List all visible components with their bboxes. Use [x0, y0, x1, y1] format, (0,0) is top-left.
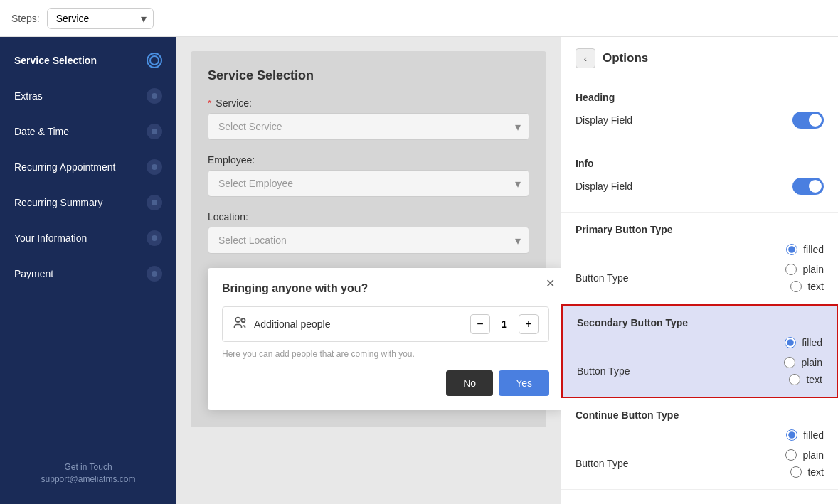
sidebar-item-recurring-appointment[interactable]: Recurring Appointment — [0, 149, 176, 185]
people-label: Additional people — [254, 318, 470, 330]
employee-select[interactable]: Select Employee — [208, 170, 529, 197]
sidebar-dot-recurring-appointment — [147, 159, 162, 175]
service-select-wrap: Select Service — [208, 113, 529, 140]
secondary-text-label: text — [806, 374, 822, 385]
sidebar-dot-recurring-summary — [147, 195, 162, 210]
sidebar-dot-your-information — [147, 230, 162, 246]
popup-close-button[interactable]: ✕ — [546, 277, 555, 290]
no-button[interactable]: No — [446, 370, 493, 396]
bringing-anyone-popup: ✕ Bringing anyone with you? Additional p… — [208, 268, 561, 410]
sidebar-item-service-selection[interactable]: Service Selection — [0, 43, 176, 78]
secondary-text-radio[interactable] — [789, 374, 800, 385]
heading-section-title: Heading — [576, 92, 824, 103]
continue-text-row: text — [785, 466, 824, 478]
primary-button-type-label: Button Type — [576, 272, 628, 284]
continue-plain-radio[interactable] — [785, 449, 797, 461]
info-section-title: Info — [576, 158, 824, 169]
secondary-plain-row: plain — [784, 357, 822, 368]
options-panel: ‹ Options Heading Display Field Info Dis… — [561, 37, 838, 504]
info-display-field-row: Display Field — [576, 178, 824, 195]
sidebar-dot-date-time — [147, 124, 162, 139]
form-title: Service Selection — [208, 68, 529, 83]
primary-button-type-row: Button Type plain text — [576, 264, 824, 292]
service-selection-form: Service Selection * Service: Select Serv… — [191, 51, 546, 427]
sidebar-item-recurring-summary[interactable]: Recurring Summary — [0, 185, 176, 220]
info-section: Info Display Field — [561, 146, 838, 213]
continue-filled-radio[interactable] — [786, 429, 797, 441]
svg-point-1 — [242, 318, 245, 322]
continue-filled-label: filled — [803, 429, 824, 441]
employee-label: Employee: — [208, 154, 529, 166]
support-email: support@ameliatms.com — [14, 474, 162, 484]
sidebar-item-extras[interactable]: Extras — [0, 78, 176, 114]
sidebar-dot-service-selection — [147, 53, 162, 68]
secondary-plain-radio[interactable] — [784, 357, 795, 368]
popup-hint: Here you can add people that are coming … — [222, 349, 549, 359]
sidebar-item-payment[interactable]: Payment — [0, 256, 176, 291]
panel-title: Options — [603, 51, 648, 65]
center-area: Service Selection * Service: Select Serv… — [176, 37, 561, 504]
primary-filled-radio[interactable] — [786, 244, 797, 255]
secondary-filled-row: filled — [577, 337, 822, 348]
heading-display-field-row: Display Field — [576, 112, 824, 129]
steps-select-wrapper[interactable]: Service — [47, 8, 154, 29]
secondary-button-type-section: Secondary Button Type filled Button Type… — [561, 304, 838, 398]
continue-button-type-section: Continue Button Type filled Button Type … — [561, 398, 838, 490]
service-group: * Service: Select Service — [208, 97, 529, 140]
counter-plus-button[interactable]: + — [519, 314, 539, 334]
sidebar-item-your-information[interactable]: Your Information — [0, 220, 176, 256]
sidebar-footer: Get in Touch support@ameliatms.com — [0, 446, 176, 498]
secondary-filled-label: filled — [802, 337, 822, 348]
secondary-filled-group: filled — [577, 337, 822, 348]
service-label: * Service: — [208, 97, 529, 109]
continue-button-type-radio-group: plain text — [785, 449, 824, 478]
continue-filled-row: filled — [576, 429, 824, 441]
continue-text-label: text — [807, 466, 824, 478]
get-in-touch-text: Get in Touch — [14, 461, 162, 474]
counter-minus-button[interactable]: − — [470, 314, 490, 334]
continue-plain-label: plain — [802, 449, 824, 461]
location-select[interactable]: Select Location — [208, 227, 529, 254]
info-display-toggle[interactable] — [792, 178, 824, 195]
primary-plain-label: plain — [802, 264, 824, 275]
location-select-wrap: Select Location — [208, 227, 529, 254]
primary-button-type-radio-group: plain text — [785, 264, 824, 292]
primary-button-type-options: filled — [576, 244, 824, 255]
continue-button-type-title: Continue Button Type — [576, 409, 824, 421]
heading-display-toggle[interactable] — [792, 112, 824, 129]
secondary-button-type-radio-group: plain text — [784, 357, 822, 385]
primary-plain-radio[interactable] — [785, 264, 797, 275]
continue-button-type-label: Button Type — [576, 458, 628, 469]
employee-group: Employee: Select Employee — [208, 154, 529, 197]
popup-area: ✕ Bringing anyone with you? Additional p… — [208, 268, 529, 410]
primary-button-type-title: Primary Button Type — [576, 224, 824, 235]
location-group: Location: Select Location — [208, 211, 529, 254]
continue-filled-group: filled — [576, 429, 824, 441]
people-icon — [233, 316, 247, 333]
primary-text-radio[interactable] — [790, 281, 802, 292]
svg-point-0 — [235, 317, 240, 322]
primary-text-row: text — [785, 281, 824, 292]
main-layout: Service Selection Extras Date & Time Rec… — [0, 37, 838, 504]
yes-button[interactable]: Yes — [499, 370, 549, 396]
sidebar-item-date-time[interactable]: Date & Time — [0, 114, 176, 149]
counter-value: 1 — [499, 318, 510, 330]
secondary-button-type-title: Secondary Button Type — [577, 317, 822, 328]
secondary-filled-radio[interactable] — [785, 337, 796, 348]
popup-actions: No Yes — [222, 370, 549, 396]
info-display-field-label: Display Field — [576, 181, 632, 192]
secondary-button-type-label: Button Type — [577, 365, 630, 377]
panel-header: ‹ Options — [561, 37, 838, 80]
steps-label: Steps: — [11, 13, 40, 24]
secondary-text-row: text — [784, 374, 822, 385]
sidebar-dot-payment — [147, 266, 162, 282]
popup-title: Bringing anyone with you? — [222, 282, 549, 295]
steps-select[interactable]: Service — [47, 8, 154, 29]
sidebar: Service Selection Extras Date & Time Rec… — [0, 37, 176, 504]
service-select[interactable]: Select Service — [208, 113, 529, 140]
primary-filled-row: filled — [576, 244, 824, 255]
continue-text-radio[interactable] — [790, 466, 802, 478]
employee-select-wrap: Select Employee — [208, 170, 529, 197]
panel-back-button[interactable]: ‹ — [576, 48, 595, 68]
primary-filled-label: filled — [803, 244, 824, 255]
